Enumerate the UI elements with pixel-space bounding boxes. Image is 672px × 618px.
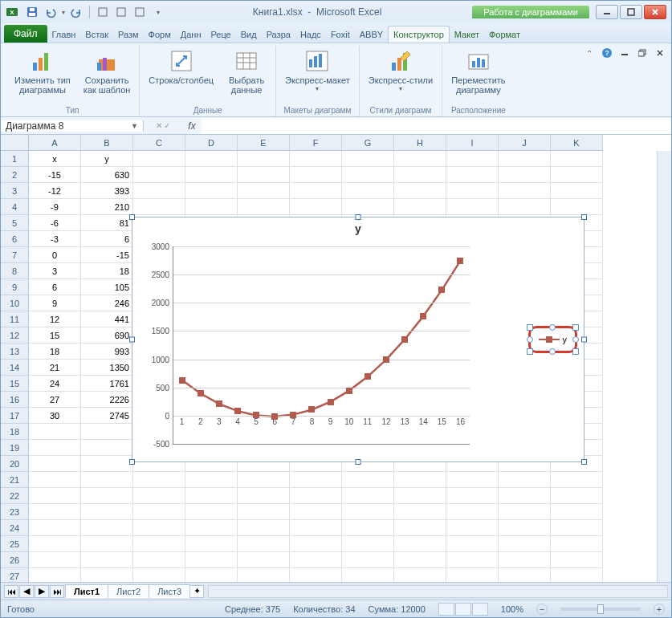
cell[interactable]: 393 (81, 183, 133, 199)
cell[interactable] (290, 552, 342, 568)
qat-customize[interactable]: ▾ (151, 5, 165, 19)
chart-data-point[interactable] (346, 388, 352, 394)
cell[interactable] (133, 520, 185, 536)
zoom-in-button[interactable]: + (654, 604, 665, 615)
cell[interactable]: 630 (81, 167, 133, 183)
row-header[interactable]: 8 (1, 263, 29, 279)
quick-layout[interactable]: Экспресс-макет▾ (281, 46, 354, 95)
cell[interactable] (551, 199, 603, 215)
cell[interactable] (185, 183, 238, 199)
cell[interactable] (290, 536, 342, 552)
ribbon-tab[interactable]: Надс (295, 26, 326, 43)
cell[interactable] (342, 520, 394, 536)
ribbon-tool-tab[interactable]: Конструктор (388, 26, 450, 43)
row-header[interactable]: 11 (1, 311, 29, 327)
cell[interactable] (238, 167, 290, 183)
chart-line-series[interactable] (173, 246, 470, 444)
move-chart[interactable]: Переместить диаграмму (447, 46, 509, 97)
cell[interactable] (446, 536, 499, 552)
qat-extra-1[interactable] (96, 5, 110, 19)
cell[interactable] (290, 488, 342, 504)
cell[interactable] (81, 456, 133, 472)
row-header[interactable]: 1 (1, 151, 29, 167)
cell[interactable]: 105 (81, 279, 133, 295)
cell[interactable] (81, 568, 133, 582)
chart-data-point[interactable] (290, 412, 296, 418)
cell[interactable]: -12 (29, 183, 81, 199)
save-button[interactable] (25, 5, 39, 19)
cell[interactable] (81, 488, 133, 504)
cell[interactable] (238, 552, 290, 568)
horizontal-scrollbar[interactable] (208, 585, 668, 598)
cell[interactable] (290, 568, 342, 582)
cell[interactable] (238, 520, 290, 536)
column-header[interactable]: F (290, 135, 342, 151)
column-header[interactable]: E (238, 135, 290, 151)
row-header[interactable]: 2 (1, 167, 29, 183)
cell[interactable]: 27 (29, 392, 81, 408)
cell[interactable] (81, 504, 133, 520)
maximize-button[interactable] (620, 5, 642, 19)
chart-data-point[interactable] (271, 413, 278, 420)
file-tab[interactable]: Файл (4, 25, 47, 43)
column-header[interactable]: C (133, 135, 185, 151)
cell[interactable] (499, 520, 551, 536)
cell[interactable] (185, 472, 238, 488)
cell[interactable] (551, 167, 603, 183)
chart-title[interactable]: y (132, 222, 584, 235)
ribbon-tab[interactable]: Главн (47, 26, 81, 43)
cell[interactable] (446, 504, 499, 520)
cell[interactable] (133, 472, 185, 488)
cell[interactable] (133, 536, 185, 552)
row-header[interactable]: 6 (1, 231, 29, 247)
column-header[interactable]: K (551, 135, 603, 151)
close-button[interactable] (644, 5, 666, 19)
ribbon-tool-tab[interactable]: Формат (484, 26, 525, 43)
cell[interactable]: x (29, 151, 81, 167)
help-icon[interactable]: ? (601, 47, 613, 59)
row-header[interactable]: 15 (1, 376, 29, 392)
cell[interactable] (394, 520, 446, 536)
row-header[interactable]: 10 (1, 295, 29, 311)
row-header[interactable]: 4 (1, 199, 29, 215)
cell[interactable] (342, 199, 394, 215)
view-pagebreak-button[interactable] (472, 603, 488, 616)
cell[interactable] (394, 568, 446, 582)
cell[interactable] (185, 520, 238, 536)
cell[interactable] (551, 520, 603, 536)
row-header[interactable]: 22 (1, 488, 29, 504)
quick-styles[interactable]: Экспресс-стили▾ (365, 46, 437, 95)
row-header[interactable]: 16 (1, 392, 29, 408)
cell[interactable]: 24 (29, 376, 81, 392)
sheet-tab[interactable]: Лист3 (149, 584, 190, 598)
chart-data-point[interactable] (457, 258, 463, 264)
column-header[interactable]: G (342, 135, 394, 151)
chart-data-point[interactable] (383, 356, 389, 363)
cell[interactable] (29, 488, 81, 504)
cell[interactable] (499, 151, 551, 167)
cell[interactable] (446, 520, 499, 536)
cell[interactable] (499, 504, 551, 520)
cell[interactable]: 690 (81, 327, 133, 344)
ribbon-tab[interactable]: Разм (113, 26, 144, 43)
cell[interactable] (29, 440, 81, 456)
cell[interactable] (185, 568, 238, 582)
cell[interactable] (394, 167, 446, 183)
cell[interactable]: 9 (29, 295, 81, 311)
row-header[interactable]: 25 (1, 536, 29, 552)
cell[interactable] (394, 488, 446, 504)
select-all-corner[interactable] (1, 135, 29, 151)
cell[interactable]: 6 (29, 279, 81, 295)
cell[interactable] (446, 552, 499, 568)
cell[interactable]: 993 (81, 344, 133, 360)
cell[interactable]: -15 (29, 167, 81, 183)
column-header[interactable]: H (394, 135, 446, 151)
cell[interactable] (342, 472, 394, 488)
cell[interactable]: 246 (81, 295, 133, 311)
cell[interactable]: 1350 (81, 360, 133, 376)
cell[interactable] (81, 536, 133, 552)
cell[interactable] (238, 183, 290, 199)
cell[interactable]: 12 (29, 311, 81, 327)
cell[interactable] (185, 167, 238, 183)
chart-data-point[interactable] (253, 412, 259, 418)
